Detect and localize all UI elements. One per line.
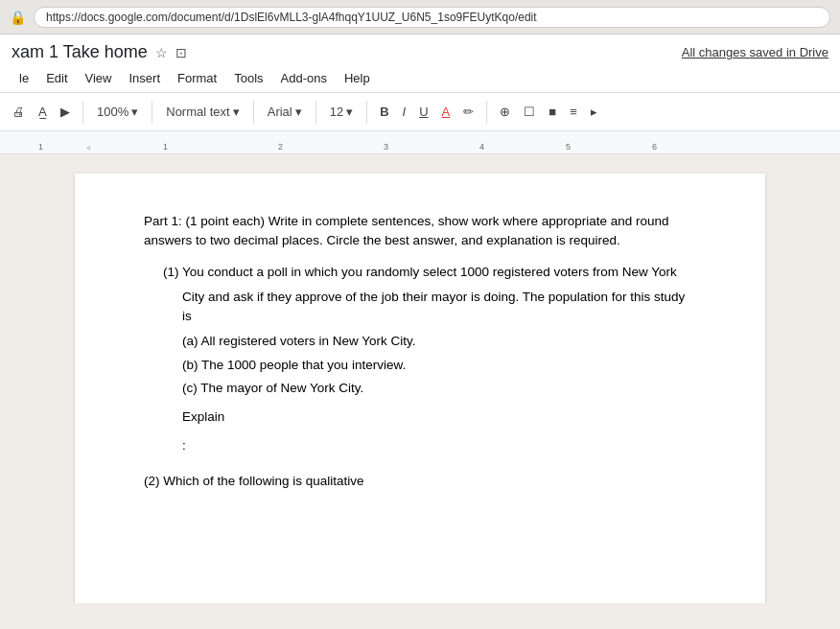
comment-button[interactable]: ☐ [519, 102, 540, 122]
explain-text: Explain [182, 409, 224, 424]
zoom-value: 100% [97, 105, 128, 119]
menu-item-view[interactable]: View [78, 68, 120, 88]
document-area: Part 1: (1 point each) Write in complete… [0, 154, 840, 603]
fontsize-arrow: ▾ [346, 105, 353, 119]
ruler-marker-6: 5 [566, 142, 571, 151]
menu-item-help[interactable]: Help [337, 68, 378, 88]
separator-4 [315, 101, 316, 124]
zoom-dropdown[interactable]: 100% ▾ [91, 102, 144, 122]
ruler-marker-0: 1 [38, 142, 43, 151]
star-icon[interactable]: ☆ [155, 45, 168, 60]
q1-text: (1) You conduct a poll in which you rand… [163, 263, 696, 282]
save-status: All changes saved in Drive [682, 45, 828, 59]
separator-1 [82, 101, 83, 124]
doc-page: Part 1: (1 point each) Write in complete… [75, 174, 765, 603]
q1-main: (1) You conduct a poll in which you rand… [163, 265, 677, 279]
q2-text: (2) Which of the following is qualitativ… [144, 472, 696, 491]
menu-item-insert[interactable]: Insert [121, 68, 168, 88]
ruler-marker-2: 1 [163, 142, 168, 151]
q1c: (c) The mayor of New York City. [182, 379, 696, 398]
explain-colon: : [182, 436, 696, 455]
q1a: (a) All registered voters in New York Ci… [182, 332, 696, 351]
underline-button[interactable]: U [414, 102, 432, 122]
title-row: xam 1 Take home ☆ ⊡ All changes saved in… [12, 38, 828, 66]
menu-item-edit[interactable]: Edit [38, 68, 75, 88]
docs-header: xam 1 Take home ☆ ⊡ All changes saved in… [0, 35, 840, 93]
bold-button[interactable]: B [375, 102, 393, 122]
fontsize-value: 12 [330, 105, 343, 119]
print-button[interactable]: 🖨 [8, 102, 30, 122]
q1-continuation: City and ask if they approve of the job … [182, 288, 696, 327]
fontsize-dropdown[interactable]: 12 ▾ [324, 102, 359, 122]
menu-item-tools[interactable]: Tools [226, 68, 270, 88]
font-arrow: ▾ [295, 105, 302, 119]
lock-icon: 🔒 [10, 10, 26, 25]
explain-label: Explain [182, 408, 696, 427]
menu-item-format[interactable]: Format [170, 68, 224, 88]
toolbar: 🖨 A̲ ▶ 100% ▾ Normal text ▾ Arial ▾ 12 ▾… [0, 93, 840, 131]
style-dropdown[interactable]: Normal text ▾ [160, 102, 245, 122]
doc-content: Part 1: (1 point each) Write in complete… [144, 212, 696, 491]
style-arrow: ▾ [233, 105, 240, 119]
menu-item-file[interactable]: le [12, 68, 36, 88]
browser-bar: 🔒 https://docs.google.com/document/d/1Ds… [0, 0, 840, 35]
ruler-marker-3: 2 [278, 142, 283, 151]
ruler-marker-5: 4 [479, 142, 484, 151]
paint-format-button[interactable]: A̲ [34, 102, 52, 122]
font-dropdown[interactable]: Arial ▾ [262, 102, 308, 122]
ruler: 1 ⬦ 1 2 3 4 5 6 [0, 131, 840, 154]
menu-item-addons[interactable]: Add-ons [273, 68, 335, 88]
ruler-marker-4: 3 [384, 142, 388, 151]
link-button[interactable]: ⊕ [495, 102, 515, 122]
align-button[interactable]: ≡ [565, 102, 582, 122]
ruler-content: 1 ⬦ 1 2 3 4 5 6 [10, 131, 830, 153]
zoom-arrow: ▾ [131, 105, 138, 119]
ruler-marker-7: 6 [652, 142, 657, 151]
cursor-button[interactable]: ▶ [56, 102, 75, 122]
doc-title[interactable]: xam 1 Take home [12, 42, 148, 62]
style-value: Normal text [166, 105, 229, 119]
part1-header: Part 1: (1 point each) Write in complete… [144, 212, 696, 251]
image-button[interactable]: ■ [544, 102, 561, 122]
separator-6 [486, 101, 487, 124]
separator-3 [253, 101, 254, 124]
separator-2 [152, 101, 152, 124]
highlight-button[interactable]: ✏ [458, 102, 478, 122]
separator-5 [366, 101, 367, 124]
more-button[interactable]: ▸ [586, 102, 602, 122]
menu-bar: le Edit View Insert Format Tools Add-ons… [12, 66, 828, 92]
q1b: (b) The 1000 people that you interview. [182, 356, 696, 375]
ruler-marker-1: ⬦ [86, 142, 91, 151]
font-color-button[interactable]: A [437, 102, 455, 122]
italic-button[interactable]: I [398, 102, 411, 122]
folder-icon[interactable]: ⊡ [175, 45, 187, 60]
url-bar[interactable]: https://docs.google.com/document/d/1DslE… [34, 7, 830, 28]
font-value: Arial [268, 105, 292, 119]
